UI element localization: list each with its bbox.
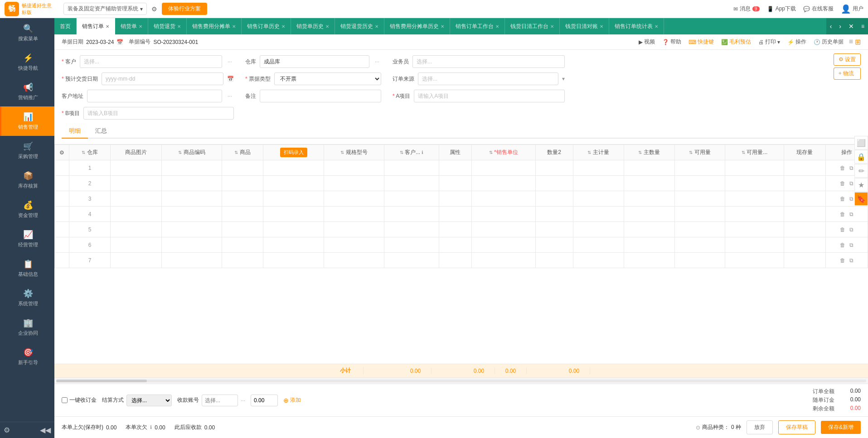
- row-copy-icon[interactable]: ⧉: [849, 165, 853, 171]
- sidebar-item-sales[interactable]: 📊销售管理: [0, 106, 54, 136]
- tab-prev-btn[interactable]: ‹: [826, 18, 836, 34]
- sidebar-item-marketing[interactable]: 📢营销推广: [0, 77, 54, 106]
- sidebar-item-basic-info[interactable]: 📋基础信息: [0, 254, 54, 283]
- tab-close-9[interactable]: ✕: [495, 24, 499, 29]
- sidebar-item-finance[interactable]: 💰资金管理: [0, 195, 54, 224]
- col-settings[interactable]: ⚙: [55, 145, 69, 160]
- tab-close-11[interactable]: ✕: [600, 24, 603, 29]
- customer-code-info-icon[interactable]: ℹ: [422, 150, 423, 155]
- row-delete-icon[interactable]: 🗑: [840, 257, 845, 264]
- tab-0[interactable]: 首页: [54, 18, 77, 34]
- settings-icon[interactable]: ⚙: [151, 5, 157, 13]
- tab-close-4[interactable]: ✕: [232, 24, 236, 29]
- scroll-track[interactable]: [56, 380, 866, 382]
- one-click-collection-checkbox[interactable]: 一键收订金: [62, 396, 97, 404]
- address-input[interactable]: [87, 90, 222, 102]
- warehouse-more-icon[interactable]: ···: [373, 58, 381, 65]
- row-delete-icon[interactable]: 🗑: [840, 211, 845, 217]
- user-menu[interactable]: 👤 用户: [841, 4, 863, 14]
- add-logistics-btn[interactable]: + 物流: [834, 67, 861, 80]
- tab-9[interactable]: 销售订单工作台✕: [450, 18, 505, 34]
- list-view-icon[interactable]: ≡: [849, 38, 853, 46]
- grid-view-icon[interactable]: ⊞: [855, 38, 861, 46]
- a-project-input[interactable]: [414, 90, 565, 102]
- tab-5[interactable]: 销售订单历史✕: [242, 18, 291, 34]
- tab-detail[interactable]: 明细: [62, 124, 88, 139]
- sidebar-item-operations[interactable]: 📈经营管理: [0, 224, 54, 254]
- row-copy-icon[interactable]: ⧉: [849, 242, 853, 248]
- sidebar-item-quick-nav[interactable]: ⚡快捷导航: [0, 48, 54, 77]
- tab-close-6[interactable]: ✕: [325, 24, 329, 29]
- row-delete-icon[interactable]: 🗑: [840, 196, 845, 202]
- tab-1[interactable]: 销售订单✕: [77, 18, 115, 34]
- date-icon[interactable]: 📅: [227, 76, 234, 82]
- row-copy-icon[interactable]: ⧉: [849, 226, 853, 233]
- row-delete-icon[interactable]: 🗑: [840, 226, 845, 233]
- view-btn[interactable]: ▶ 视频: [637, 37, 657, 47]
- tab-4[interactable]: 销售费用分摊单✕: [187, 18, 242, 34]
- warehouse-input[interactable]: [260, 55, 369, 68]
- save-draft-btn[interactable]: 保存草稿: [778, 420, 815, 434]
- sidebar-item-search-menu[interactable]: 🔍搜索菜单: [0, 18, 54, 48]
- payment-method-select[interactable]: 选择...: [126, 395, 172, 406]
- account-input[interactable]: [202, 395, 238, 406]
- tab-10[interactable]: 钱货日清工作台✕: [505, 18, 560, 34]
- system-selector[interactable]: 装备及固定资产辅助管理系统 ▾: [63, 3, 147, 15]
- tab-close-7[interactable]: ✕: [375, 24, 378, 29]
- shortcut-btn[interactable]: ⌨ 快捷键: [687, 37, 716, 47]
- collapse-icon[interactable]: ◀◀: [40, 426, 51, 434]
- tab-close-1[interactable]: ✕: [106, 24, 109, 29]
- row-copy-icon[interactable]: ⧉: [849, 257, 853, 264]
- scan-input-btn[interactable]: 扫码录入: [280, 148, 307, 157]
- float-edit-btn[interactable]: ✏: [854, 164, 868, 178]
- sidebar-item-purchase[interactable]: 🛒采购管理: [0, 136, 54, 165]
- row-copy-icon[interactable]: ⧉: [849, 211, 853, 217]
- tab-close-3[interactable]: ✕: [177, 24, 181, 29]
- float-star-btn[interactable]: ★: [854, 178, 868, 192]
- sidebar-item-enterprise[interactable]: 🏢企业协同: [0, 313, 54, 342]
- profit-btn[interactable]: 💹 毛利预估: [719, 37, 753, 47]
- tab-2[interactable]: 销货单✕: [115, 18, 148, 34]
- history-btn[interactable]: 🕐 历史单据: [812, 37, 845, 47]
- tab-summary[interactable]: 汇总: [88, 124, 114, 139]
- tab-3[interactable]: 销货退货✕: [148, 18, 187, 34]
- app-download-btn[interactable]: 📱 App下载: [767, 5, 796, 13]
- remarks-input[interactable]: [260, 90, 381, 102]
- tab-6[interactable]: 销货单历史✕: [291, 18, 335, 34]
- account-more-icon[interactable]: ···: [241, 397, 245, 404]
- b-project-input[interactable]: [83, 107, 234, 120]
- tab-close-12[interactable]: ✕: [655, 24, 658, 29]
- print-btn[interactable]: 🖨 打印 ▾: [756, 37, 782, 47]
- float-screen-btn[interactable]: ⬜: [854, 136, 868, 149]
- calendar-icon[interactable]: 📅: [116, 39, 123, 45]
- discard-btn[interactable]: 放弃: [747, 420, 773, 434]
- settings-gear-icon[interactable]: ⚙: [4, 426, 10, 434]
- online-service-btn[interactable]: 💬 在线客服: [803, 5, 834, 13]
- order-source-input[interactable]: [418, 72, 558, 85]
- row-copy-icon[interactable]: ⧉: [849, 180, 853, 187]
- invoice-type-select[interactable]: 不开票 增值税专用发票 普通发票: [274, 72, 381, 85]
- tab-close-2[interactable]: ✕: [139, 24, 142, 29]
- row-delete-icon[interactable]: 🗑: [840, 242, 845, 248]
- tab-8[interactable]: 销售费用分摊单历史✕: [384, 18, 450, 34]
- customer-more-icon[interactable]: ···: [226, 58, 234, 65]
- row-delete-icon[interactable]: 🗑: [840, 180, 845, 187]
- row-copy-icon[interactable]: ⧉: [849, 196, 853, 202]
- amount-input[interactable]: [251, 395, 278, 406]
- row-delete-icon[interactable]: 🗑: [840, 165, 845, 171]
- customer-input[interactable]: [80, 55, 222, 68]
- sidebar-item-newbie[interactable]: 🎯新手引导: [0, 342, 54, 371]
- one-click-collection-input[interactable]: [62, 397, 68, 403]
- tab-close-5[interactable]: ✕: [281, 24, 285, 29]
- salesperson-input[interactable]: [412, 55, 565, 68]
- address-more-icon[interactable]: ···: [226, 93, 234, 99]
- float-bookmark-btn[interactable]: 🔖: [854, 192, 868, 206]
- tab-close-10[interactable]: ✕: [550, 24, 554, 29]
- sidebar-item-inventory[interactable]: 📦库存核算: [0, 165, 54, 195]
- operation-btn[interactable]: ⚡ 操作: [786, 37, 808, 47]
- tab-close-all-btn[interactable]: ✕: [845, 18, 858, 34]
- add-payment-btn[interactable]: ⊕ 添加: [283, 396, 301, 404]
- current-owe-info-icon[interactable]: ℹ: [150, 424, 152, 430]
- scroll-indicator[interactable]: [54, 377, 868, 384]
- float-lock-btn[interactable]: 🔒: [854, 150, 868, 164]
